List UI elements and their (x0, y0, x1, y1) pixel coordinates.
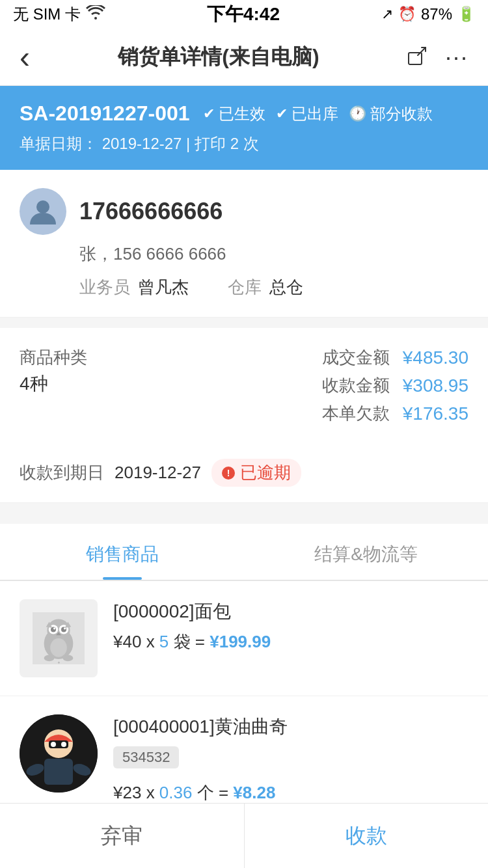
list-item: + [0000002]面包 ¥40 x 5 袋 = ¥199.99 (0, 581, 488, 696)
product-price-1: ¥40 x 5 袋 = ¥199.99 (113, 631, 468, 653)
amount-row-2: 收款金额 ¥308.95 (322, 374, 468, 397)
svg-rect-24 (44, 759, 73, 785)
status-badge-3: 🕐 部分收款 (349, 103, 433, 124)
nav-bar: ‹ 销货单详情(来自电脑) ··· (0, 29, 488, 86)
tabs-section: 销售商品 结算&物流等 (0, 524, 488, 581)
check-icon-2: ✔ (276, 105, 288, 122)
svg-point-23 (61, 742, 66, 747)
separator (0, 503, 488, 513)
nav-actions: ··· (407, 44, 468, 71)
back-button[interactable]: ‹ (20, 39, 30, 75)
due-date-section: 收款到期日 2019-12-27 ! 已逾期 (0, 443, 488, 503)
amount-value-2: ¥308.95 (403, 375, 468, 396)
customer-sub-info: 张，156 6666 6666 (20, 243, 468, 265)
type-label: 商品种类 (20, 346, 87, 369)
summary-section: 商品种类 4种 成交金额 ¥485.30 收款金额 ¥308.95 本单欠款 ¥… (0, 328, 488, 443)
tab-label-1: 销售商品 (86, 544, 159, 564)
warehouse-label: 仓库 (228, 276, 262, 299)
svg-rect-0 (409, 53, 422, 64)
overdue-text: 已逾期 (240, 461, 291, 484)
product-thumbnail-2 (20, 714, 98, 793)
svg-point-15 (50, 638, 67, 657)
amount-row-3: 本单欠款 ¥176.35 (322, 402, 468, 425)
warehouse-item: 仓库 总仓 (228, 276, 303, 299)
page-title: 销货单详情(来自电脑) (118, 43, 319, 72)
time-display: 下午4:42 (207, 2, 280, 27)
summary-left: 商品种类 4种 (20, 346, 87, 396)
battery-text: 87% (421, 5, 452, 23)
status-label-2: 已出库 (291, 103, 338, 124)
status-label-3: 部分收款 (370, 103, 433, 124)
wifi-icon (86, 5, 105, 23)
order-date: 2019-12-27 (102, 135, 182, 152)
svg-point-22 (51, 742, 56, 747)
product-name-2: [000400001]黄油曲奇 (113, 714, 468, 739)
product-tag-2: 534532 (113, 746, 179, 768)
product-name-1: [0000002]面包 (113, 599, 468, 624)
order-header: SA-20191227-001 ✔ 已生效 ✔ 已出库 🕐 部分收款 单据日期：… (0, 86, 488, 170)
amount-label-2: 收款金额 (322, 374, 390, 397)
amount-label-1: 成交金额 (322, 346, 390, 369)
due-date-value: 2019-12-27 (115, 463, 201, 483)
more-icon[interactable]: ··· (445, 44, 468, 71)
type-value: 4种 (20, 372, 87, 396)
status-right: ↗ ⏰ 87% 🔋 (381, 5, 475, 23)
export-icon[interactable] (407, 44, 429, 71)
product-list: + [0000002]面包 ¥40 x 5 袋 = ¥199.99 (0, 581, 488, 823)
status-badge-1: ✔ 已生效 (203, 103, 265, 124)
battery-icon: 🔋 (457, 6, 475, 23)
svg-point-17 (62, 655, 73, 662)
amount-value-1: ¥485.30 (403, 347, 468, 368)
due-label: 收款到期日 (20, 461, 104, 484)
location-icon: ↗ (381, 6, 393, 23)
avatar (20, 188, 66, 235)
product-info-2: [000400001]黄油曲奇 534532 ¥23 x 0.36 个 = ¥8… (113, 714, 468, 804)
amount-value-3: ¥176.35 (403, 403, 468, 424)
status-badges: ✔ 已生效 ✔ 已出库 🕐 部分收款 (203, 103, 433, 124)
status-left: 无 SIM 卡 (13, 4, 105, 25)
cancel-audit-button[interactable]: 弃审 (0, 804, 245, 868)
svg-point-10 (53, 627, 55, 629)
customer-meta: 业务员 曾凡杰 仓库 总仓 (20, 276, 468, 299)
svg-point-2 (36, 200, 49, 213)
status-badge-2: ✔ 已出库 (276, 103, 338, 124)
product-thumbnail-1: + (20, 599, 98, 677)
salesperson-value: 曾凡杰 (138, 276, 189, 299)
product-price-2: ¥23 x 0.36 个 = ¥8.28 (113, 781, 468, 804)
carrier-text: 无 SIM 卡 (13, 4, 81, 25)
check-icon-1: ✔ (203, 105, 215, 122)
overdue-badge: ! 已逾期 (211, 459, 301, 487)
warehouse-value: 总仓 (269, 276, 303, 299)
tab-label-2: 结算&物流等 (314, 544, 418, 564)
product-info-1: [0000002]面包 ¥40 x 5 袋 = ¥199.99 (113, 599, 468, 653)
salesperson-label: 业务员 (79, 276, 130, 299)
salesperson-item: 业务员 曾凡杰 (79, 276, 189, 299)
status-label-1: 已生效 (219, 103, 265, 124)
amount-row-1: 成交金额 ¥485.30 (322, 346, 468, 369)
customer-phone: 17666666666 (79, 198, 223, 225)
svg-point-16 (44, 655, 55, 662)
clock-icon: 🕐 (349, 105, 366, 122)
overdue-exclamation-icon: ! (222, 467, 235, 480)
tab-sales-products[interactable]: 销售商品 (0, 524, 244, 580)
date-label: 单据日期： (20, 135, 98, 152)
collect-button[interactable]: 收款 (245, 804, 489, 868)
svg-text:+: + (57, 660, 60, 664)
order-date-row: 单据日期： 2019-12-27 | 打印 2 次 (20, 133, 468, 154)
alarm-icon: ⏰ (398, 6, 416, 23)
status-bar: 无 SIM 卡 下午4:42 ↗ ⏰ 87% 🔋 (0, 0, 488, 29)
tab-settlement[interactable]: 结算&物流等 (244, 524, 488, 580)
customer-section: 17666666666 张，156 6666 6666 业务员 曾凡杰 仓库 总… (0, 170, 488, 318)
order-id: SA-20191227-001 (20, 102, 190, 126)
print-info: | 打印 2 次 (186, 135, 259, 152)
bottom-bar: 弃审 收款 (0, 803, 488, 868)
amount-label-3: 本单欠款 (322, 402, 390, 425)
summary-right: 成交金额 ¥485.30 收款金额 ¥308.95 本单欠款 ¥176.35 (322, 346, 468, 425)
